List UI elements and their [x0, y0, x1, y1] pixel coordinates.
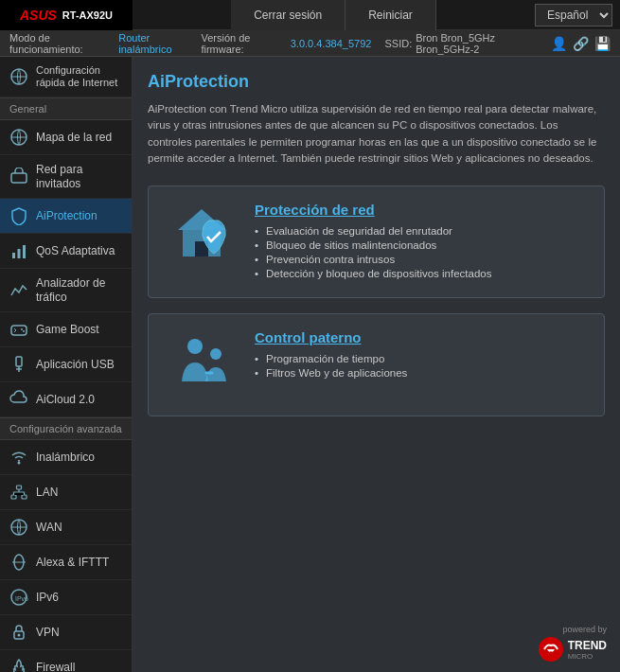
sidebar-item-wan[interactable]: WAN [0, 510, 132, 545]
vpn-icon [9, 623, 28, 642]
powered-by: powered by TREND MICRO [538, 625, 607, 663]
sidebar-item-qos-label: QoS Adaptativa [36, 244, 115, 257]
network-protection-list: Evaluación de seguridad del enrutador Bl… [255, 225, 589, 279]
router-model: RT-AX92U [62, 9, 113, 21]
gameboost-icon [9, 320, 28, 339]
svg-rect-5 [23, 245, 26, 258]
internet-icon [9, 67, 28, 86]
guest-icon [9, 168, 28, 186]
network-protection-item-3: Detección y bloqueo de dispositivos infe… [255, 268, 589, 279]
cerrar-sesion-button[interactable]: Cerrar sesión [231, 0, 345, 30]
usb-icon [9, 355, 28, 374]
sidebar-item-lan[interactable]: LAN [0, 475, 132, 510]
usb-status-icon: 💾 [594, 36, 611, 51]
sidebar-item-map[interactable]: Mapa de la red [0, 120, 132, 155]
content-area: AiProtection AiProtection con Trend Micr… [133, 57, 620, 672]
svg-text:IPv6: IPv6 [15, 595, 28, 602]
trend-micro-logo-icon [538, 636, 564, 663]
alexa-icon [9, 553, 28, 572]
sidebar-item-traffic-label: Analizador de tráfico [36, 276, 122, 304]
network-protection-item-1: Bloqueo de sitios malintencionados [255, 239, 589, 251]
svg-rect-14 [11, 495, 16, 499]
svg-point-32 [187, 339, 203, 354]
trend-text-container: TREND MICRO [568, 639, 607, 661]
sidebar-item-guest-label: Red para invitados [36, 163, 122, 190]
svg-rect-2 [11, 173, 27, 183]
sidebar-item-aiprotection-label: AiProtection [36, 209, 97, 222]
firmware-label: Versión de firmware: [201, 32, 286, 55]
page-title: AiProtection [148, 72, 605, 92]
network-protection-item-0: Evaluación de seguridad del enrutador [255, 225, 589, 237]
parental-control-svg [167, 329, 238, 400]
sidebar-item-firewall-label: Firewall [36, 661, 75, 672]
parental-control-icon-area [164, 329, 239, 400]
traffic-icon [9, 281, 28, 300]
ipv6-icon: IPv6 [9, 588, 28, 607]
sidebar-item-aiprotection[interactable]: AiProtection [0, 199, 132, 234]
sidebar-item-usb-label: Aplicación USB [36, 358, 115, 371]
sidebar-item-qos[interactable]: QoS Adaptativa [0, 234, 132, 269]
svg-rect-12 [16, 357, 22, 366]
status-bar: Modo de funcionamiento: Router inalámbri… [0, 30, 620, 57]
sidebar-item-firewall[interactable]: Firewall [0, 650, 132, 672]
status-icons: 👤 🔗 💾 [551, 36, 611, 51]
svg-point-11 [23, 330, 25, 332]
aicloud-icon [9, 390, 28, 409]
trend-micro-logo: TREND MICRO [538, 636, 607, 663]
svg-point-33 [210, 348, 221, 360]
network-protection-title[interactable]: Protección de red [255, 202, 589, 218]
sidebar-item-vpn[interactable]: VPN [0, 615, 132, 650]
logo-area: ASUS RT-AX92U [0, 0, 133, 30]
sidebar-item-wan-label: WAN [36, 521, 62, 534]
svg-rect-4 [18, 249, 21, 258]
sidebar-item-wireless[interactable]: Inalámbrico [0, 440, 132, 475]
language-select[interactable]: Español English [535, 4, 612, 27]
network-protection-item-2: Prevención contra intrusos [255, 254, 589, 265]
top-nav: Cerrar sesión Reiniciar [133, 0, 535, 30]
sidebar-item-aicloud[interactable]: AiCloud 2.0 [0, 382, 132, 417]
sidebar-item-lan-label: LAN [36, 486, 58, 499]
reiniciar-button[interactable]: Reiniciar [345, 0, 436, 30]
svg-line-9 [14, 330, 16, 332]
svg-point-23 [18, 633, 21, 636]
advanced-section-header: Configuración avanzada [0, 417, 132, 440]
network-protection-content: Protección de red Evaluación de segurida… [255, 202, 589, 282]
firmware-value[interactable]: 3.0.0.4.384_5792 [291, 38, 372, 49]
mode-value[interactable]: Router inalámbrico [118, 32, 197, 55]
sidebar-item-internet[interactable]: Configuración rápida de Internet [0, 57, 132, 97]
qos-icon [9, 241, 28, 260]
mode-label: Modo de funcionamiento: [9, 32, 115, 55]
network-protection-svg [167, 202, 238, 273]
network-protection-card: Protección de red Evaluación de segurida… [148, 186, 605, 298]
sidebar-item-traffic[interactable]: Analizador de tráfico [0, 269, 132, 312]
micro-label: MICRO [568, 652, 607, 661]
svg-point-10 [21, 328, 23, 330]
sidebar-item-guest[interactable]: Red para invitados [0, 155, 132, 199]
svg-rect-3 [12, 253, 15, 258]
sidebar: Configuración rápida de Internet General… [0, 57, 133, 672]
sidebar-item-aicloud-label: AiCloud 2.0 [36, 393, 95, 406]
svg-point-13 [18, 461, 21, 464]
network-status-icon: 🔗 [573, 36, 589, 51]
lan-icon [9, 483, 28, 502]
sidebar-item-ipv6-label: IPv6 [36, 591, 59, 604]
svg-rect-15 [17, 486, 22, 489]
sidebar-item-alexa[interactable]: Alexa & IFTTT [0, 545, 132, 580]
person-icon: 👤 [551, 36, 567, 51]
parental-control-title[interactable]: Control paterno [255, 329, 589, 345]
svg-rect-16 [22, 495, 27, 499]
asus-logo: ASUS [20, 8, 57, 23]
sidebar-item-gameboost[interactable]: Game Boost [0, 312, 132, 347]
parental-control-list: Programación de tiempo Filtros Web y de … [255, 353, 589, 379]
ssid-label: SSID: [385, 38, 413, 49]
sidebar-item-usb[interactable]: Aplicación USB [0, 347, 132, 382]
sidebar-item-ipv6[interactable]: IPv6 IPv6 [0, 580, 132, 615]
sidebar-item-map-label: Mapa de la red [36, 131, 112, 144]
firewall-icon [9, 658, 28, 672]
sidebar-item-alexa-label: Alexa & IFTTT [36, 556, 109, 569]
trend-label: TREND [568, 639, 607, 652]
parental-control-content: Control paterno Programación de tiempo F… [255, 329, 589, 381]
sidebar-item-vpn-label: VPN [36, 626, 60, 639]
sidebar-item-wireless-label: Inalámbrico [36, 451, 95, 464]
sidebar-item-internet-label: Configuración rápida de Internet [36, 64, 122, 89]
